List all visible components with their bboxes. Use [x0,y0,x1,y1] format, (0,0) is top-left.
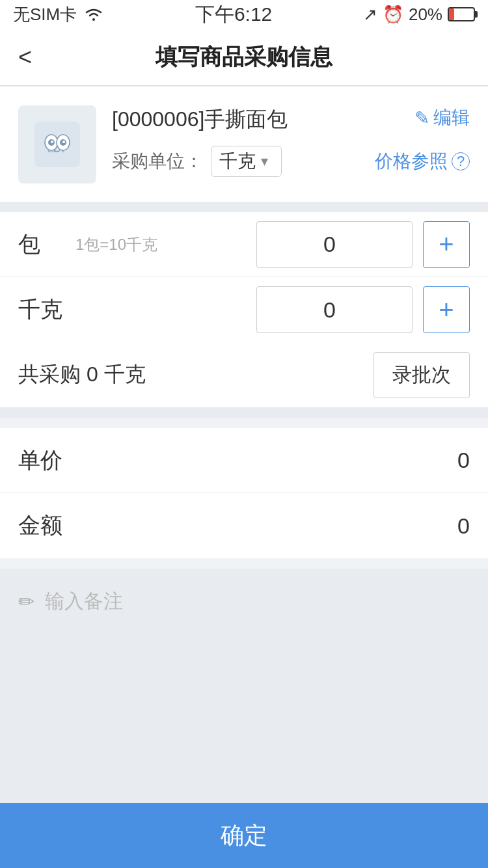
batch-button[interactable]: 录批次 [373,352,470,398]
amount-row: 金额 0 [0,493,488,558]
dropdown-icon: ▾ [261,153,268,170]
bao-input-row: 包 1包=10千克 + [0,212,488,277]
product-image: 智十 [18,105,96,183]
product-logo: 智十 [34,122,80,167]
svg-point-7 [62,141,65,143]
remark-placeholder: 输入备注 [45,588,123,615]
edit-button[interactable]: ✎ 编辑 [414,105,470,130]
product-info: [0000006]手撕面包 ✎ 编辑 采购单位： 千克 ▾ 价格参照 ? [112,105,470,177]
summary-row: 共采购 0 千克 录批次 [0,342,488,407]
kg-input[interactable] [256,286,413,333]
edit-label: 编辑 [433,105,470,130]
kg-plus-button[interactable]: + [423,286,470,333]
unit-value: 千克 [219,149,256,174]
unit-price-label: 单价 [18,446,62,476]
section-divider-2 [0,407,488,418]
bao-input[interactable] [256,221,413,268]
bao-plus-button[interactable]: + [423,221,470,268]
price-ref-button[interactable]: 价格参照 ? [375,149,470,174]
kg-input-row: 千克 + [0,277,488,342]
pencil-icon: ✏ [18,590,34,613]
status-left: 无SIM卡 [13,3,104,26]
product-name: [0000006]手撕面包 [112,105,288,134]
section-divider-1 [0,202,488,212]
status-bar: 无SIM卡 下午6:12 ↗ ⏰ 20% [0,0,488,29]
status-time: 下午6:12 [195,1,272,28]
amount-label: 金额 [18,511,62,541]
kg-label: 千克 [18,295,70,325]
unit-label: 采购单位： [112,149,203,174]
help-icon: ? [452,152,470,170]
confirm-button[interactable]: 确定 [0,803,488,868]
price-ref-label: 价格参照 [375,149,448,174]
summary-text: 共采购 0 千克 [18,360,146,389]
product-card: 智十 [0000006]手撕面包 ✎ 编辑 采购单位： 千克 ▾ [0,87,488,202]
price-section: 单价 0 金额 0 [0,428,488,558]
battery-percent: 20% [409,5,442,25]
battery-icon [448,7,475,21]
unit-price-value: 0 [457,448,470,473]
back-button[interactable]: < [18,44,32,71]
unit-price-row: 单价 0 [0,428,488,493]
bao-sublabel: 1包=10千克 [75,234,157,255]
wifi-icon [83,7,104,22]
status-right: ↗ ⏰ 20% [363,5,475,25]
input-section: 包 1包=10千克 + 千克 + [0,212,488,342]
location-icon: ↗ [363,5,377,25]
nav-bar: < 填写商品采购信息 [0,29,488,86]
svg-point-6 [51,141,53,143]
remark-section[interactable]: ✏ 输入备注 [0,569,488,634]
alarm-icon: ⏰ [383,5,403,25]
amount-value: 0 [457,513,470,539]
page-title: 填写商品采购信息 [156,42,332,72]
bao-label: 包 [18,230,70,260]
unit-select[interactable]: 千克 ▾ [211,146,282,177]
carrier-text: 无SIM卡 [13,3,77,26]
edit-icon: ✎ [414,107,429,129]
